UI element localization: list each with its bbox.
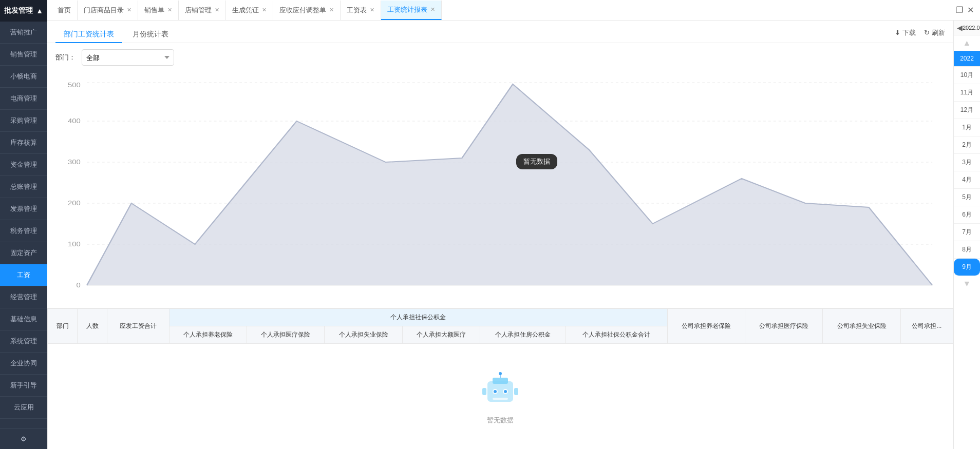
sidebar-item-ledger[interactable]: 总账管理 <box>0 176 47 198</box>
sub-tabs-right: ⬇ 下载 ↻ 刷新 <box>895 28 945 42</box>
th-group-personal: 个人承担社保公积金 <box>169 309 667 326</box>
th-headcount: 人数 <box>78 309 107 344</box>
sidebar-item-sales[interactable]: 销售管理 <box>0 44 47 66</box>
svg-rect-22 <box>482 388 486 395</box>
refresh-button[interactable]: ↻ 刷新 <box>924 28 945 37</box>
time-current-display: 2022.09 <box>963 25 980 31</box>
svg-point-18 <box>504 390 507 393</box>
th-personal-pension: 个人承担养老保险 <box>169 326 247 344</box>
time-month-2[interactable]: 2月 <box>954 136 980 154</box>
tab-produce-cert[interactable]: 生成凭证 ✕ <box>226 1 273 20</box>
download-button[interactable]: ⬇ 下载 <box>895 28 916 37</box>
svg-marker-12 <box>87 84 932 285</box>
empty-icon <box>480 368 521 409</box>
tab-home[interactable]: 首页 <box>51 1 78 20</box>
svg-text:400: 400 <box>68 118 81 124</box>
chart-container: 0 100 200 300 400 500 暂无数据 <box>47 72 953 308</box>
svg-point-21 <box>499 372 502 375</box>
time-month-1[interactable]: 1月 <box>954 119 980 136</box>
sidebar-item-mini-ecom[interactable]: 小畅电商 <box>0 66 47 88</box>
tab-ap-adjust[interactable]: 应收应付调整单 ✕ <box>273 1 341 20</box>
th-personal-housing: 个人承担住房公积金 <box>480 326 566 344</box>
svg-rect-23 <box>514 388 518 395</box>
th-company-pension: 公司承担养老保险 <box>667 309 745 344</box>
th-dept: 部门 <box>48 309 78 344</box>
time-month-6[interactable]: 6月 <box>954 206 980 224</box>
filter-row: 部门： 全部 销售部 财务部 运营部 人事部 <box>47 43 953 72</box>
th-company-medical: 公司承担医疗保险 <box>745 309 823 344</box>
content-area: 部门工资统计表 月份统计表 ⬇ 下载 ↻ 刷新 <box>47 21 953 449</box>
up-arrow-icon[interactable]: ▲ <box>963 38 971 48</box>
sub-tabs: 部门工资统计表 月份统计表 ⬇ 下载 ↻ 刷新 <box>47 21 953 43</box>
page-content: 部门工资统计表 月份统计表 ⬇ 下载 ↻ 刷新 <box>47 21 980 449</box>
tab-sales-order[interactable]: 销售单 ✕ <box>138 1 179 20</box>
sidebar-toggle-icon[interactable]: ▲ <box>36 7 43 15</box>
sidebar-item-purchase[interactable]: 采购管理 <box>0 110 47 132</box>
tab-payroll[interactable]: 工资表 ✕ <box>341 1 381 20</box>
svg-text:500: 500 <box>68 82 81 88</box>
svg-text:300: 300 <box>68 159 81 165</box>
tab-close-ap-adjust[interactable]: ✕ <box>329 7 334 13</box>
sidebar-item-assets[interactable]: 固定资产 <box>0 242 47 264</box>
sidebar-item-guide[interactable]: 新手引导 <box>0 375 47 397</box>
sidebar-item-basic[interactable]: 基础信息 <box>0 308 47 330</box>
tab-store-catalog[interactable]: 门店商品目录 ✕ <box>78 1 138 20</box>
time-month-9[interactable]: 9月 <box>954 259 980 276</box>
tab-bar: 首页 门店商品目录 ✕ 销售单 ✕ 店铺管理 ✕ 生成凭证 ✕ 应收应付调整单 … <box>47 0 980 21</box>
tab-close-sales-order[interactable]: ✕ <box>167 7 172 13</box>
sidebar-item-inventory[interactable]: 库存核算 <box>0 132 47 154</box>
main-area: 首页 门店商品目录 ✕ 销售单 ✕ 店铺管理 ✕ 生成凭证 ✕ 应收应付调整单 … <box>47 0 980 449</box>
sidebar-item-ecom[interactable]: 电商管理 <box>0 88 47 110</box>
empty-state: 暂无数据 <box>53 348 948 445</box>
tab-close-store-catalog[interactable]: ✕ <box>127 7 131 13</box>
sidebar-settings[interactable]: ⚙ <box>0 428 47 449</box>
filter-dept-select[interactable]: 全部 销售部 财务部 运营部 人事部 <box>82 49 174 66</box>
sidebar-item-tax[interactable]: 税务管理 <box>0 220 47 242</box>
tab-close-produce-cert[interactable]: ✕ <box>262 7 267 13</box>
th-company-unemployment: 公司承担失业保险 <box>823 309 900 344</box>
tab-store-mgmt[interactable]: 店铺管理 ✕ <box>179 1 226 20</box>
data-table: 部门 人数 应发工资合计 个人承担社保公积金 公司承担养老保险 公司承担医疗保险… <box>47 308 953 449</box>
time-month-11[interactable]: 11月 <box>954 84 980 102</box>
th-total-salary: 应发工资合计 <box>107 309 169 344</box>
sidebar-item-salary[interactable]: 工资 <box>0 264 47 286</box>
time-nav-up-arrow[interactable]: ▲ <box>954 35 980 51</box>
time-nav-down-arrow[interactable]: ▼ <box>954 276 980 291</box>
tab-restore-icon[interactable]: ❐ <box>956 5 963 15</box>
time-month-10[interactable]: 10月 <box>954 67 980 84</box>
time-year-2022[interactable]: 2022 <box>954 51 980 67</box>
time-month-8[interactable]: 8月 <box>954 241 980 259</box>
tab-close-store-mgmt[interactable]: ✕ <box>215 7 219 13</box>
tab-close-payroll[interactable]: ✕ <box>370 7 374 13</box>
time-panel: ◀ 2022.09 ▶ ▲ 2022 10月 11月 12月 1月 <box>953 21 980 449</box>
time-month-12[interactable]: 12月 <box>954 102 980 119</box>
time-month-3[interactable]: 3月 <box>954 154 980 171</box>
sub-tab-dept-stats[interactable]: 部门工资统计表 <box>55 27 122 43</box>
time-month-5[interactable]: 5月 <box>954 189 980 206</box>
sidebar-item-system[interactable]: 系统管理 <box>0 330 47 353</box>
tab-close-payroll-report[interactable]: ✕ <box>430 7 435 12</box>
sidebar-item-marketing[interactable]: 营销推广 <box>0 22 47 44</box>
th-personal-total: 个人承担社保公积金合计 <box>566 326 667 344</box>
time-panel-header: ◀ 2022.09 ▶ <box>954 21 980 35</box>
sidebar-item-invoice[interactable]: 发票管理 <box>0 198 47 220</box>
tab-payroll-report[interactable]: 工资统计报表 ✕ <box>381 1 442 20</box>
table-wrapper[interactable]: 部门 人数 应发工资合计 个人承担社保公积金 公司承担养老保险 公司承担医疗保险… <box>47 308 953 449</box>
sub-tab-monthly-stats[interactable]: 月份统计表 <box>124 27 177 43</box>
empty-text: 暂无数据 <box>487 416 514 425</box>
time-nav-up[interactable]: ◀ <box>957 24 963 32</box>
time-month-4[interactable]: 4月 <box>954 171 980 189</box>
sidebar-item-corp[interactable]: 企业协同 <box>0 353 47 375</box>
sidebar-item-cloud[interactable]: 云应用 <box>0 397 47 419</box>
svg-text:100: 100 <box>68 241 81 247</box>
filter-dept-label: 部门： <box>55 53 76 62</box>
sidebar-item-ops[interactable]: 经营管理 <box>0 286 47 308</box>
time-month-7[interactable]: 7月 <box>954 224 980 241</box>
sidebar-header[interactable]: 批发管理 ▲ <box>0 0 47 22</box>
sidebar-item-finance[interactable]: 资金管理 <box>0 154 47 176</box>
down-arrow-icon[interactable]: ▼ <box>963 279 971 288</box>
th-personal-unemployment: 个人承担失业保险 <box>325 326 402 344</box>
tab-close-all-icon[interactable]: ✕ <box>967 5 974 15</box>
table-empty-row: 暂无数据 <box>48 344 953 450</box>
svg-rect-14 <box>493 378 508 384</box>
